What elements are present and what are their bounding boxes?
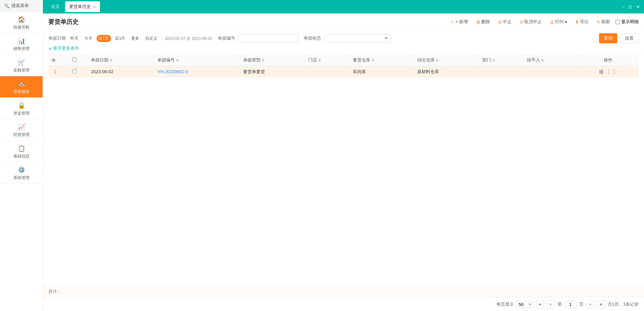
status-select[interactable]: [324, 34, 391, 43]
row-actions-cell: ⊞ ⋮⋮: [578, 66, 638, 78]
row-pending-warehouse-cell: 原材料仓库: [414, 66, 479, 78]
filter-area: 单据日期 昨天 今天 近7天 近1月 更多 自定义 2023-05-27 至 2…: [43, 29, 644, 54]
handler-col-header[interactable]: 经手人: [523, 54, 578, 66]
last-page-button[interactable]: »: [597, 300, 605, 308]
row-number-cell: YH-20230602-0: [154, 66, 239, 78]
row-more-icon[interactable]: ⋮⋮: [606, 69, 617, 75]
delete-button[interactable]: 🗑 删除: [473, 17, 493, 26]
sidebar-item-label: 基础信息: [13, 153, 30, 159]
page-header: 要货单历史 ＋ + 新增 🗑 删除 ⊘ 中止 ⊘ 取消中止 🖨 打印 ▾: [43, 13, 644, 29]
next-page-button[interactable]: ›: [586, 300, 594, 308]
page-label2: 页: [579, 301, 584, 307]
sidebar-item-finance-mgmt[interactable]: 🔒 资金管理: [0, 98, 43, 119]
row-dept-cell: [479, 66, 524, 78]
date-col-header[interactable]: 单据日期: [88, 54, 154, 66]
topbar: 首页 要货单历史 ✕ − ⊡ ✕: [43, 0, 644, 13]
display-detail-label: 显示明细: [621, 19, 639, 25]
shortcut-1month[interactable]: 近1月: [113, 35, 127, 42]
page-size-select[interactable]: 10 20 50 100: [517, 301, 533, 308]
order-number-label: 单据编号: [218, 35, 235, 41]
dept-col-label: 部门: [482, 57, 491, 62]
sidebar-item-purchase-mgmt[interactable]: 🛒 采购管理: [0, 55, 43, 76]
date-range-text: 2023-05-27 至 2023-06-02: [165, 36, 212, 42]
refresh-button[interactable]: ↻ 刷新: [594, 17, 613, 26]
order-number-input[interactable]: [238, 34, 298, 43]
export-label: 导出: [580, 19, 589, 25]
settings-col-header[interactable]: ⚙: [48, 54, 62, 66]
sidebar-item-operations[interactable]: 📈 经营管理: [0, 119, 43, 141]
sidebar-item-basic-info[interactable]: 📋 基础信息: [0, 141, 43, 162]
operations-icon: 📈: [18, 123, 25, 131]
sidebar-item-quick-nav[interactable]: 🏠 快捷导航: [0, 12, 43, 33]
stop-button[interactable]: ⊘ 中止: [495, 17, 514, 26]
page-label: 第: [557, 301, 562, 307]
req-warehouse-col-header[interactable]: 要货仓库: [350, 54, 414, 66]
print-dropdown-icon: ▾: [565, 19, 567, 25]
sidebar-item-inventory[interactable]: 🏘️ 库存核算: [0, 76, 43, 98]
row-checkbox[interactable]: [72, 69, 77, 74]
plus-icon: ＋: [450, 19, 454, 25]
prev-page-button[interactable]: ‹: [547, 300, 555, 308]
sidebar-item-label: 库存核算: [13, 89, 30, 95]
number-col-header[interactable]: 单据编号: [154, 54, 239, 66]
print-label: 打印: [555, 19, 564, 25]
tab-home[interactable]: 首页: [47, 1, 64, 12]
type-col-label: 单据类型: [243, 57, 261, 62]
type-col-header[interactable]: 单据类型: [239, 54, 305, 66]
print-button[interactable]: 🖨 打印 ▾: [547, 17, 570, 26]
row-req-warehouse-cell: 车间库: [350, 66, 414, 78]
window-restore-icon[interactable]: ⊡: [629, 4, 632, 9]
shortcut-yesterday[interactable]: 昨天: [68, 35, 80, 42]
sidebar-search[interactable]: 🔍 搜索菜单: [0, 0, 43, 12]
settings-col-icon[interactable]: ⚙: [52, 58, 56, 63]
select-all-checkbox[interactable]: [72, 57, 77, 62]
tab-requisition-history[interactable]: 要货单历史 ✕: [65, 1, 100, 12]
date-shortcuts: 昨天 今天 近7天 近1月 更多 自定义: [68, 35, 159, 42]
window-minimize-icon[interactable]: −: [622, 4, 625, 9]
row-order-link[interactable]: YH-20230602-0: [157, 69, 188, 74]
query-button[interactable]: 查询: [599, 33, 617, 43]
shortcut-today[interactable]: 今天: [83, 35, 95, 42]
sidebar-item-label: 系统管理: [13, 175, 30, 181]
delete-icon: 🗑: [476, 19, 480, 25]
export-button[interactable]: ⬆ 导出: [573, 17, 591, 26]
shortcut-7days[interactable]: 近7天: [97, 35, 111, 42]
row-handler-cell: [523, 66, 578, 78]
status-filter-group: 单据状态: [304, 34, 391, 43]
refresh-icon: ↻: [597, 19, 600, 25]
cancel-stop-label: 取消中止: [524, 19, 542, 25]
actions-col-label: 操作: [604, 57, 612, 62]
handler-col-label: 经手人: [527, 57, 540, 62]
display-detail-checkbox[interactable]: [615, 20, 620, 24]
cart-icon: 🛒: [18, 59, 25, 66]
sidebar-item-label: 采购管理: [13, 68, 30, 73]
chevron-down-icon: ∨: [48, 46, 52, 51]
pending-warehouse-col-header[interactable]: 待出仓库: [414, 54, 479, 66]
window-close-icon[interactable]: ✕: [636, 4, 640, 9]
sidebar-item-sales-mgmt[interactable]: 📊 销售管理: [0, 33, 43, 55]
first-page-button[interactable]: «: [536, 300, 544, 308]
chart-icon: 📊: [18, 37, 25, 45]
page-size-label: 每页显示: [496, 301, 514, 307]
main-area: 首页 要货单历史 ✕ − ⊡ ✕ 要货单历史 ＋ + 新增 🗑 删除 ⊘: [43, 0, 644, 311]
req-warehouse-col-label: 要货仓库: [353, 57, 370, 62]
row-edit-icon[interactable]: ⊞: [599, 69, 603, 75]
home-icon: 🏠: [18, 16, 25, 23]
total-records: 共1页，1条记录: [608, 301, 639, 307]
print-icon: 🖨: [550, 19, 554, 25]
expand-more[interactable]: ∨ 展开更多条件: [48, 45, 639, 51]
shortcut-custom[interactable]: 自定义: [143, 35, 159, 42]
cancel-stop-button[interactable]: ⊘ 取消中止: [517, 17, 544, 26]
row-req-warehouse: 车间库: [353, 69, 366, 74]
store-col-header[interactable]: 门店: [305, 54, 350, 66]
shortcut-more[interactable]: 更多: [129, 35, 141, 42]
settings-button[interactable]: 设置: [620, 33, 639, 43]
new-button[interactable]: ＋ + 新增: [447, 17, 471, 26]
row-number: 1: [54, 69, 56, 74]
display-detail-checkbox-wrapper[interactable]: 显示明细: [615, 19, 639, 25]
tab-close-icon[interactable]: ✕: [93, 5, 96, 9]
dept-col-header[interactable]: 部门: [479, 54, 524, 66]
sidebar-item-system-mgmt[interactable]: ⚙️ 系统管理: [0, 162, 43, 184]
page-input[interactable]: [565, 301, 577, 308]
date-filter-label: 单据日期: [48, 35, 66, 41]
